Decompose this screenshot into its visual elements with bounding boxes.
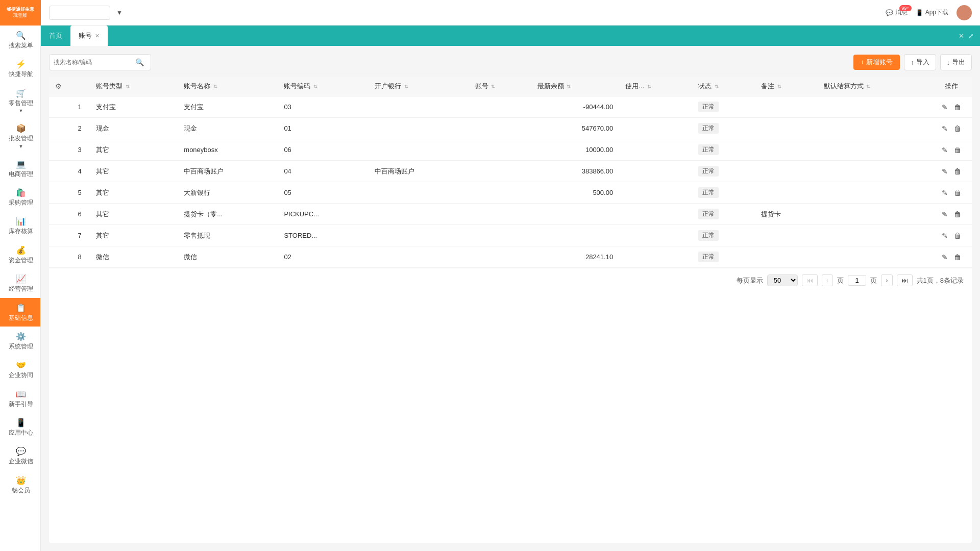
cell-remark-5: 提货卡: [755, 204, 817, 225]
th-status[interactable]: 状态 ⇅: [692, 77, 755, 96]
prev-page-btn[interactable]: ‹: [822, 274, 833, 286]
delete-btn-3[interactable]: 🗑: [952, 166, 963, 177]
sidebar-item-retail-mgmt[interactable]: 🛒 零售管理 ▼: [0, 83, 40, 118]
th-remark[interactable]: 备注 ⇅: [755, 77, 817, 96]
tab-home[interactable]: 首页: [41, 26, 70, 46]
sidebar-item-quick-nav[interactable]: ⚡ 快捷导航: [0, 54, 40, 83]
main-content: ▼ 💬 消息 99+ 📱 App下载 首页 账号 ✕ ✕ ⤢: [41, 0, 980, 551]
cell-account-type-2: 其它: [90, 139, 178, 161]
cell-latest-balance-5: [531, 204, 619, 225]
cell-default-settlement-3: [818, 161, 931, 182]
cell-remark-3: [755, 161, 817, 182]
delete-btn-4[interactable]: 🗑: [952, 188, 963, 198]
th-opening-bank[interactable]: 开户银行 ⇅: [369, 77, 469, 96]
cell-actions-0: ✎ 🗑: [931, 96, 972, 118]
last-page-btn[interactable]: ⏭: [897, 274, 913, 286]
app-icon: 📱: [916, 9, 923, 16]
edit-btn-3[interactable]: ✎: [940, 166, 950, 177]
sidebar-item-company-agreement[interactable]: 🤝 企业协同: [0, 355, 40, 384]
th-account-name[interactable]: 账号名称 ⇅: [178, 77, 278, 96]
cell-latest-balance-7: 28241.10: [531, 246, 619, 268]
sidebar-item-company-wechat[interactable]: 💬 企业微信: [0, 441, 40, 470]
delete-btn-6[interactable]: 🗑: [952, 231, 963, 241]
first-page-btn[interactable]: ⏮: [802, 274, 818, 286]
sidebar-label-wholesale-mgmt: 批发管理: [9, 135, 33, 142]
th-latest-balance[interactable]: 最新余额 ⇅: [531, 77, 619, 96]
topbar-message-btn[interactable]: 💬 消息 99+: [886, 8, 908, 17]
delete-btn-0[interactable]: 🗑: [952, 102, 963, 112]
edit-btn-2[interactable]: ✎: [940, 145, 950, 155]
user-avatar[interactable]: [957, 5, 972, 20]
arrow-icon: ▼: [19, 108, 23, 113]
import-icon: ↑: [911, 59, 914, 66]
column-settings-icon[interactable]: ⚙: [55, 82, 62, 90]
edit-btn-4[interactable]: ✎: [940, 188, 950, 198]
cell-account-code-7: 02: [278, 246, 369, 268]
sidebar-item-operation-mgmt[interactable]: 📈 经营管理: [0, 269, 40, 297]
sidebar-item-new-guide[interactable]: 📖 新手引导: [0, 384, 40, 413]
cell-checkbox-2: [49, 139, 69, 161]
sidebar-icon-new-guide: 📖: [16, 389, 26, 399]
sidebar-icon-purchase-mgmt: 🛍️: [16, 188, 26, 197]
cell-use-status-5: [619, 204, 692, 225]
sidebar-item-app-center[interactable]: 📱 应用中心: [0, 413, 40, 441]
cell-status-1: 正常: [692, 118, 755, 139]
pagination: 每页显示 50 100 ⏮ ‹ 页 页 › ⏭ 共1页，8条记录: [49, 268, 972, 292]
page-size-select[interactable]: 50 100: [767, 274, 798, 286]
cell-actions-2: ✎ 🗑: [931, 139, 972, 161]
logo-sub: 玩意版: [13, 12, 27, 19]
table-header-row: ⚙ 账号类型 ⇅ 账号名称 ⇅ 账号编码 ⇅ 开户银行 ⇅ 账号 ⇅ 最新余额 …: [49, 77, 972, 96]
cell-use-status-6: [619, 225, 692, 246]
sidebar-item-purchase-mgmt[interactable]: 🛍️ 采购管理: [0, 183, 40, 211]
cell-default-settlement-1: [818, 118, 931, 139]
sidebar-item-wholesale-mgmt[interactable]: 📦 批发管理 ▼: [0, 118, 40, 154]
tab-close-icon[interactable]: ✕: [95, 33, 100, 39]
topbar-app-download[interactable]: 📱 App下载: [916, 8, 948, 17]
topbar-dropdown[interactable]: ▼: [116, 9, 122, 16]
table-row: 8 微信 微信 02 28241.10 正常 ✎ 🗑: [49, 246, 972, 268]
next-page-btn[interactable]: ›: [881, 274, 892, 286]
cell-latest-balance-3: 383866.00: [531, 161, 619, 182]
cell-account-no-4: [469, 182, 531, 204]
cell-opening-bank-0: [369, 96, 469, 118]
sidebar-item-basic-info[interactable]: 📋 基础信息: [0, 298, 40, 327]
cell-account-name-4: 大新银行: [178, 182, 278, 204]
delete-btn-2[interactable]: 🗑: [952, 145, 963, 155]
edit-btn-0[interactable]: ✎: [940, 102, 950, 112]
delete-btn-5[interactable]: 🗑: [952, 209, 963, 219]
cell-account-name-1: 现金: [178, 118, 278, 139]
page-input[interactable]: [848, 275, 866, 286]
add-account-button[interactable]: + 新增账号: [853, 55, 900, 70]
tab-account[interactable]: 账号 ✕: [70, 26, 108, 46]
edit-btn-7[interactable]: ✎: [940, 252, 950, 262]
sidebar-label-finance-mgmt: 资金管理: [9, 257, 33, 264]
th-use-status[interactable]: 使用... ⇅: [619, 77, 692, 96]
sidebar-item-vip-member[interactable]: 👑 畅会员: [0, 470, 40, 499]
close-window-icon[interactable]: ✕: [959, 32, 964, 40]
search-input[interactable]: [54, 59, 135, 66]
sidebar-item-system-mgmt[interactable]: ⚙️ 系统管理: [0, 327, 40, 355]
cell-account-name-2: moneybosx: [178, 139, 278, 161]
sidebar-label-basic-info: 基础信息: [9, 314, 33, 321]
maximize-icon[interactable]: ⤢: [968, 32, 974, 40]
import-button[interactable]: ↑ 导入: [904, 54, 936, 70]
th-default-settlement[interactable]: 默认结算方式 ⇅: [818, 77, 931, 96]
sidebar-item-ecommerce-mgmt[interactable]: 💻 电商管理: [0, 154, 40, 183]
edit-btn-5[interactable]: ✎: [940, 209, 950, 219]
cell-use-status-2: [619, 139, 692, 161]
cell-account-type-7: 微信: [90, 246, 178, 268]
delete-btn-1[interactable]: 🗑: [952, 123, 963, 134]
th-account-no[interactable]: 账号 ⇅: [469, 77, 531, 96]
topbar-search-input[interactable]: [49, 6, 110, 20]
th-account-type[interactable]: 账号类型 ⇅: [90, 77, 178, 96]
sidebar-icon-ecommerce-mgmt: 💻: [16, 159, 26, 169]
edit-btn-1[interactable]: ✎: [940, 123, 950, 134]
th-account-code[interactable]: 账号编码 ⇅: [278, 77, 369, 96]
sidebar-item-finance-mgmt[interactable]: 💰 资金管理: [0, 240, 40, 269]
sidebar-item-search-menu[interactable]: 🔍 搜索菜单: [0, 26, 40, 54]
edit-btn-6[interactable]: ✎: [940, 231, 950, 241]
sidebar-item-inventory-calc[interactable]: 📊 库存核算: [0, 211, 40, 240]
cell-checkbox-4: [49, 182, 69, 204]
export-button[interactable]: ↓ 导出: [940, 54, 972, 70]
delete-btn-7[interactable]: 🗑: [952, 252, 963, 262]
